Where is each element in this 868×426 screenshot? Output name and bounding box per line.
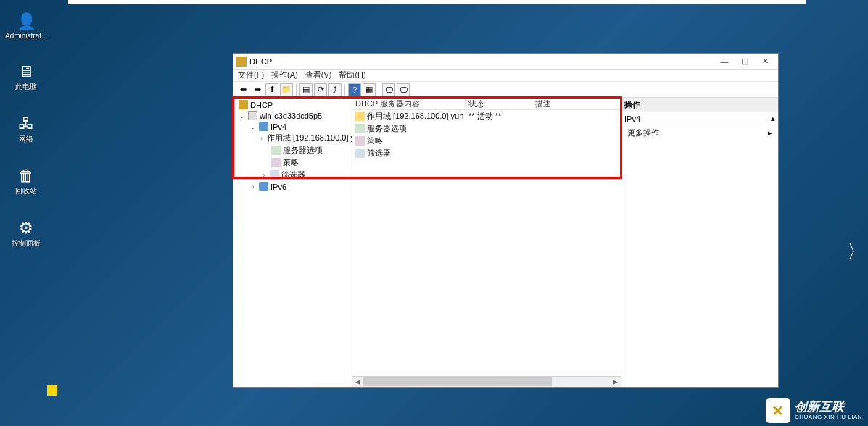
tree-label: 作用域 [192.168.100.0] yun — [267, 133, 352, 143]
scroll-right-icon[interactable]: ▶ — [610, 377, 621, 387]
help-button[interactable]: ? — [348, 83, 361, 96]
list-cell — [466, 148, 532, 159]
options-icon — [355, 124, 365, 133]
desktop-icons: 👤 Administrat... 🖥 此电脑 🖧 网络 🗑 回收站 ⚙ 控制面板 — [5, 13, 47, 248]
desktop-icon-admin[interactable]: 👤 Administrat... — [5, 13, 47, 40]
list-cell — [532, 148, 621, 159]
network-icon: 🖧 — [15, 115, 37, 133]
list-pane: DHCP 服务器内容 状态 描述 作用域 [192.168.100.0] yun… — [352, 98, 621, 387]
menubar: 文件(F) 操作(A) 查看(V) 帮助(H) — [233, 70, 778, 82]
menu-help[interactable]: 帮助(H) — [339, 70, 365, 81]
list-button[interactable]: ▤ — [299, 83, 313, 96]
tree-label: IPv4 — [270, 122, 286, 131]
maximize-button[interactable]: ▢ — [735, 55, 755, 68]
expander-icon[interactable]: ⌄ — [249, 123, 257, 130]
desktop-icon-label: Administrat... — [5, 32, 47, 40]
horizontal-scrollbar[interactable]: ◀ ▶ — [352, 376, 621, 387]
options-icon — [271, 146, 281, 155]
action-more[interactable]: 更多操作 ▸ — [621, 125, 778, 141]
toolbar: ⬅ ➡ ⬆ 📁 ▤ ⟳ ⤴ ? ▦ 🖵 🖵 — [233, 82, 778, 98]
tree-server[interactable]: ⌄ win-c3d33dcd5p5 — [235, 110, 352, 121]
watermark-logo-icon: ✕ — [766, 398, 790, 423]
list-row[interactable]: 策略 — [352, 135, 621, 147]
minimize-button[interactable]: — — [714, 55, 735, 68]
tree-label: 服务器选项 — [283, 145, 323, 156]
extra2-button[interactable]: 🖵 — [397, 83, 410, 96]
user-icon: 👤 — [15, 13, 37, 30]
list-row[interactable]: 作用域 [192.168.100.0] yun ** 活动 ** — [352, 110, 621, 122]
tree-policies[interactable]: 策略 — [235, 156, 352, 169]
desktop-icon-label: 此电脑 — [15, 82, 37, 92]
action-group-label: IPv4 — [624, 114, 640, 123]
scope-icon — [355, 112, 365, 121]
carousel-next-button[interactable]: 〉 — [847, 239, 866, 264]
app-icon — [236, 57, 247, 67]
policy-icon — [355, 136, 365, 146]
taskbar-item-fragment — [47, 385, 57, 396]
forward-button[interactable]: ➡ — [251, 83, 264, 96]
list-cell — [466, 123, 532, 134]
tree-server-options[interactable]: 服务器选项 — [235, 144, 352, 156]
tree-ipv6[interactable]: › IPv6 — [235, 181, 352, 192]
refresh-button[interactable]: ⟳ — [314, 83, 327, 96]
scrollbar-thumb[interactable] — [363, 377, 552, 386]
export-button[interactable]: ⤴ — [328, 83, 342, 96]
list-cell — [466, 135, 532, 146]
watermark-brand: 创新互联 — [795, 401, 862, 414]
action-item-label: 更多操作 — [627, 128, 659, 138]
desktop-icon-controlpanel[interactable]: ⚙ 控制面板 — [5, 220, 47, 248]
desktop-icon-recycle[interactable]: 🗑 回收站 — [5, 167, 47, 196]
menu-view[interactable]: 查看(V) — [305, 70, 332, 81]
back-button[interactable]: ⬅ — [236, 83, 249, 96]
action-pane: 操作 IPv4 ▴ 更多操作 ▸ — [621, 98, 778, 387]
action-pane-header: 操作 — [621, 98, 778, 112]
desktop-icon-thispc[interactable]: 🖥 此电脑 — [5, 63, 47, 92]
up-button[interactable]: ⬆ — [265, 83, 278, 96]
list-cell: 服务器选项 — [367, 123, 407, 134]
desktop-icon-label: 回收站 — [15, 186, 37, 196]
expander-icon[interactable]: ⌄ — [239, 112, 246, 120]
dhcp-window: DHCP — ▢ ✕ 文件(F) 操作(A) 查看(V) 帮助(H) ⬅ ➡ ⬆… — [233, 53, 779, 388]
top-bar-fragment — [68, 0, 806, 4]
list-row[interactable]: 筛选器 — [352, 147, 621, 159]
dhcp-icon — [239, 100, 248, 109]
expander-icon[interactable]: › — [260, 135, 263, 142]
window-title: DHCP — [249, 57, 714, 66]
tree-label: 筛选器 — [281, 170, 305, 180]
toolbar-sep — [344, 84, 345, 96]
col-header-desc[interactable]: 描述 — [532, 98, 621, 109]
tree-ipv4[interactable]: ⌄ IPv4 — [235, 121, 352, 132]
menu-file[interactable]: 文件(F) — [238, 70, 264, 81]
list-cell: 作用域 [192.168.100.0] yun — [367, 111, 463, 122]
tree-root-dhcp[interactable]: DHCP — [235, 99, 352, 110]
chevron-up-icon[interactable]: ▴ — [771, 114, 775, 123]
chevron-right-icon: ▸ — [768, 128, 772, 138]
folder-button[interactable]: 📁 — [280, 83, 293, 96]
col-header-name[interactable]: DHCP 服务器内容 — [352, 98, 466, 109]
toolbar-sep — [379, 84, 379, 96]
tree-label: DHCP — [250, 101, 273, 109]
list-row[interactable]: 服务器选项 — [352, 122, 621, 135]
window-titlebar[interactable]: DHCP — ▢ ✕ — [233, 54, 778, 70]
scroll-left-icon[interactable]: ◀ — [352, 377, 363, 387]
ipv6-icon — [259, 182, 268, 191]
desktop-icon-network[interactable]: 🖧 网络 — [5, 115, 47, 144]
properties-button[interactable]: ▦ — [363, 83, 376, 96]
list-cell — [532, 111, 621, 122]
tree-pane: DHCP ⌄ win-c3d33dcd5p5 ⌄ IPv4 › 作用域 [192… — [233, 98, 352, 387]
col-header-status[interactable]: 状态 — [466, 98, 532, 109]
tree-filters[interactable]: › 筛选器 — [235, 169, 352, 181]
watermark-subbrand: CHUANG XIN HU LIAN — [795, 414, 862, 421]
tree-scope[interactable]: › 作用域 [192.168.100.0] yun — [235, 132, 352, 144]
control-panel-icon: ⚙ — [15, 220, 37, 237]
content-area: DHCP ⌄ win-c3d33dcd5p5 ⌄ IPv4 › 作用域 [192… — [233, 98, 778, 387]
expander-icon[interactable]: › — [249, 183, 257, 191]
server-icon — [248, 111, 257, 120]
menu-action[interactable]: 操作(A) — [271, 70, 298, 81]
expander-icon[interactable]: › — [260, 172, 268, 179]
watermark: ✕ 创新互联 CHUANG XIN HU LIAN — [766, 398, 862, 423]
action-pane-group: IPv4 ▴ — [621, 112, 778, 125]
extra1-button[interactable]: 🖵 — [382, 83, 395, 96]
close-button[interactable]: ✕ — [755, 55, 775, 68]
list-cell: 筛选器 — [367, 148, 391, 159]
